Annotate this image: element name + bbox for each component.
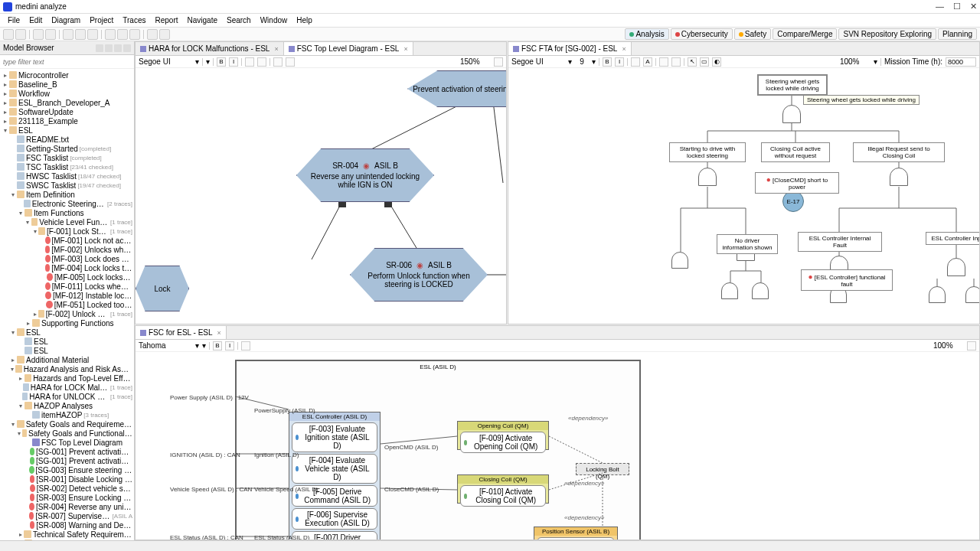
menu-project[interactable]: Project: [85, 16, 118, 24]
tree-node[interactable]: ▾Safety Goals and Functional Safety Requ…: [0, 429, 134, 438]
font-color-button[interactable]: A: [643, 57, 652, 67]
fta-event[interactable]: No driver information shown: [717, 234, 778, 254]
menu-help[interactable]: Help: [292, 16, 317, 24]
tree-node[interactable]: README.txt: [0, 135, 134, 144]
tree-node[interactable]: [MF-011] Locks when not required: [0, 282, 134, 291]
maximize-button[interactable]: ☐: [953, 2, 961, 11]
min-icon[interactable]: [123, 44, 131, 52]
gate-6[interactable]: [721, 282, 738, 299]
fta-event[interactable]: ESL Controller Internal Fault: [798, 232, 882, 252]
tree-node[interactable]: ▾Safety Goals and Requirements: [0, 419, 134, 429]
editor-tab[interactable]: HARA for LOCK Malfunctions - ESL×: [136, 42, 284, 55]
tree-node[interactable]: [SG-001] Prevent activation of steering …: [0, 447, 134, 456]
and-gate[interactable]: [698, 168, 717, 186]
paste-button[interactable]: [87, 29, 98, 40]
filter-button[interactable]: [117, 29, 128, 40]
filter-input[interactable]: [0, 55, 134, 68]
tree-node[interactable]: ▸Workflow: [0, 89, 134, 98]
function-item[interactable]: [F-003] Evaluate Ignition state (ASIL D): [292, 422, 377, 452]
opening-item[interactable]: [F-009] Activate Opening Coil (QM): [460, 432, 546, 453]
tree-node[interactable]: ▸Supporting Functions: [0, 318, 134, 328]
bold-button[interactable]: B: [217, 57, 226, 67]
fta-event[interactable]: ● [ESL Controller] functional fault: [801, 269, 893, 291]
tree-node[interactable]: FSC Tasklist[completed]: [0, 153, 134, 162]
model-tree[interactable]: ▸Microcontroller▸Baseline_B▸Workflow▸ESL…: [0, 69, 134, 540]
tree-node[interactable]: [MF-002] Unlocks when lock is requ: [0, 245, 134, 254]
gate-tool[interactable]: ◐: [712, 57, 721, 67]
tree-node[interactable]: FSC Top Level Diagram: [0, 438, 134, 447]
tree-node[interactable]: ▸Additional Material: [0, 355, 134, 364]
editor-tab[interactable]: FSC Top Level Diagram - ESL×: [284, 42, 413, 55]
arrange-button[interactable]: [273, 57, 283, 67]
tree-node[interactable]: ▾[F-001] Lock Steering[1 trace]: [0, 227, 134, 236]
tree-node[interactable]: HARA for UNLOCK Malfunctions[1 trace]: [0, 392, 134, 401]
gate-9[interactable]: [929, 286, 946, 303]
tree-node[interactable]: TSC Tasklist[23/41 checked]: [0, 162, 134, 171]
zoom-level[interactable]: 100%: [840, 57, 871, 66]
select-tool[interactable]: ↖: [688, 57, 697, 67]
perspective-analysis[interactable]: Analysis: [625, 28, 668, 40]
cut-button[interactable]: [63, 29, 74, 40]
save-button[interactable]: [15, 29, 26, 40]
tree-node[interactable]: ▸Microcontroller: [0, 70, 134, 80]
search-button[interactable]: [105, 29, 116, 40]
align-button[interactable]: [245, 57, 254, 67]
menu-icon[interactable]: [114, 44, 122, 52]
hexagon-node[interactable]: Prevent activation of steering lock if I…: [407, 70, 506, 107]
bold-button[interactable]: B: [603, 57, 612, 67]
tree-node[interactable]: [MF-001] Lock not activated when r: [0, 236, 134, 245]
tree-node[interactable]: ESL: [0, 346, 134, 355]
italic-button[interactable]: I: [615, 57, 624, 67]
tree-node[interactable]: ▸[F-002] Unlock Steering[1 trace]: [0, 309, 134, 318]
fsc-canvas[interactable]: ESL (ASIL D) ESL Controller (ASIL D) [F-…: [136, 352, 979, 540]
zoom-level[interactable]: 150%: [460, 57, 491, 66]
hexagon-node[interactable]: SR-004◉ASIL BReverse any unintended lock…: [296, 148, 434, 202]
position-item[interactable]: [F-008] Detect Position (ASIL B): [537, 537, 615, 540]
tree-node[interactable]: HARA for LOCK Malfunctions[1 trace]: [0, 383, 134, 392]
tree-node[interactable]: ▸Hazards and Top-Level Effects: [0, 373, 134, 383]
color-button[interactable]: [257, 57, 266, 67]
tree-node[interactable]: ▸Baseline_B: [0, 80, 134, 89]
or-gate[interactable]: [782, 105, 801, 123]
or-gate-2[interactable]: [890, 168, 908, 186]
close-button[interactable]: ✕: [970, 2, 977, 11]
grid-button[interactable]: [286, 57, 295, 67]
closing-item[interactable]: [F-010] Activate Closing Coil (QM): [460, 485, 546, 507]
tree-node[interactable]: itemHAZOP[3 traces]: [0, 410, 134, 419]
tree-node[interactable]: ESL: [0, 337, 134, 346]
color-button[interactable]: [631, 57, 640, 67]
layout-button[interactable]: [671, 57, 681, 67]
tree-node[interactable]: [MF-051] Locked too strong: [0, 300, 134, 309]
function-item[interactable]: [F-006] Supervise Execution (ASIL D): [292, 508, 377, 530]
fta-event[interactable]: Illegal Request send to Closing Coil: [853, 142, 945, 162]
gate-10[interactable]: [965, 286, 979, 303]
font-selector[interactable]: Tahoma: [139, 341, 192, 350]
perspective-compare-merge[interactable]: Compare/Merge: [773, 28, 837, 40]
tree-node[interactable]: [SG-001] Prevent activation of steering …: [0, 456, 134, 465]
italic-button[interactable]: I: [229, 57, 238, 67]
or-gate-4[interactable]: [947, 258, 965, 276]
minimize-button[interactable]: —: [936, 2, 944, 11]
tree-node[interactable]: ▾Hazard Analysis and Risk Assessment: [0, 364, 134, 373]
tree-node[interactable]: ▾Vehicle Level Functions[1 trace]: [0, 217, 134, 227]
tree-node[interactable]: ▸231118_Example: [0, 116, 134, 126]
menu-edit[interactable]: Edit: [24, 16, 47, 24]
menu-file[interactable]: File: [3, 16, 24, 24]
tree-node[interactable]: ▾ESL: [0, 328, 134, 337]
controller-block[interactable]: ESL Controller (ASIL D) [F-003] Evaluate…: [289, 412, 381, 540]
tree-node[interactable]: Electronic Steering Lock[2 traces]: [0, 199, 134, 208]
menu-navigate[interactable]: Navigate: [183, 16, 222, 24]
transfer-event[interactable]: E-17: [782, 191, 804, 212]
perspective-planning[interactable]: Planning: [938, 28, 977, 40]
mission-time-input[interactable]: [946, 57, 976, 67]
tree-node[interactable]: [SR-002] Detect vehicle state base on sp: [0, 484, 134, 493]
tree-node[interactable]: ▸SoftwareUpdate: [0, 107, 134, 116]
fta-canvas[interactable]: Steering wheel gets locked while driving…: [508, 68, 979, 324]
tree-node[interactable]: [MF-003] Lock does not lock compl: [0, 254, 134, 263]
tree-node[interactable]: ▾Item Functions: [0, 208, 134, 217]
tree-node[interactable]: [MF-012] Instable locks/unlocks: [0, 291, 134, 300]
tree-node[interactable]: ▸Technical Safety Requirements: [0, 530, 134, 539]
font-selector[interactable]: Segoe UI: [139, 57, 192, 66]
perspective-svn-repository-exploring[interactable]: SVN Repository Exploring: [838, 28, 936, 40]
closing-coil-block[interactable]: Closing Coil (QM) [F-010] Activate Closi…: [457, 474, 549, 504]
